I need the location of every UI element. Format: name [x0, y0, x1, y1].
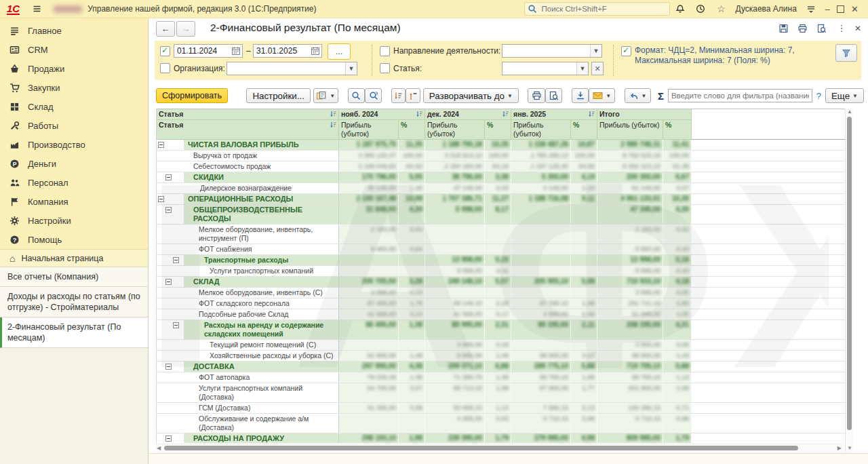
column-header-percent[interactable]: %	[663, 120, 692, 140]
value-cell[interactable]: 0,10	[663, 244, 692, 254]
value-cell[interactable]: 4,39	[399, 205, 425, 224]
sidebar-item-11[interactable]: Настройки	[0, 211, 148, 230]
value-cell[interactable]: 2,28	[485, 298, 511, 309]
value-cell[interactable]: 6,67	[663, 172, 692, 182]
value-cell[interactable]	[571, 340, 597, 350]
value-cell[interactable]: 0,05	[663, 288, 692, 298]
value-cell[interactable]: 0,48	[571, 309, 597, 320]
value-cell[interactable]: 8 998,00	[597, 266, 663, 276]
vertical-scroll-thumb[interactable]	[847, 117, 852, 430]
table-row[interactable]: ОБЩЕПРОИЗВОДСТВЕННЫЕ РАСХОДЫ31 848,004,3…	[157, 205, 846, 225]
article-cell[interactable]: ДОСТАВКА	[184, 362, 339, 372]
value-cell[interactable]	[511, 205, 571, 224]
value-cell[interactable]: 2 198 046,82	[339, 161, 399, 172]
value-cell[interactable]	[425, 244, 485, 254]
value-cell[interactable]: 205 705,00	[339, 277, 399, 287]
article-cell[interactable]: Текущий ремонт помещений (С)	[184, 340, 339, 350]
sidebar-item-1[interactable]: Главное	[0, 21, 148, 40]
filter-settings-button[interactable]	[835, 44, 857, 62]
value-cell[interactable]: 3 998,00	[339, 288, 399, 298]
minimize-button[interactable]: –	[825, 4, 830, 14]
collapse-minus-icon[interactable]	[173, 257, 179, 263]
value-cell[interactable]: 279 995,00	[511, 433, 571, 443]
value-cell[interactable]: 1 158 487,26	[511, 140, 571, 150]
value-cell[interactable]: 0,88	[663, 414, 692, 433]
format-checkbox[interactable]	[621, 46, 631, 56]
value-cell[interactable]: 64,18	[485, 161, 511, 172]
quick-filter-input[interactable]	[668, 89, 812, 102]
value-cell[interactable]: 3 318 914,12	[425, 151, 485, 161]
expand-to-button[interactable]: Разворачивать до▼	[423, 88, 519, 103]
value-cell[interactable]: 47 146,00	[425, 183, 485, 193]
value-cell[interactable]: 2 184 184,30	[425, 161, 485, 172]
article-cell[interactable]: РАСХОДЫ НА ПРОДАЖУ	[184, 433, 339, 443]
preview-button[interactable]	[545, 88, 562, 103]
table-row[interactable]: Себестоимость продаж2 198 046,8264,932 1…	[157, 161, 846, 172]
value-cell[interactable]: 80 495,00	[339, 320, 399, 339]
article-cell[interactable]: Расходы на аренду и содержание складских…	[184, 320, 339, 339]
value-cell[interactable]: 1 187 125,30	[511, 161, 571, 172]
value-cell[interactable]: 1,79	[663, 433, 692, 443]
article-cell[interactable]: Себестоимость продаж	[184, 161, 339, 172]
restore-button[interactable]	[837, 5, 844, 13]
window-tab-1[interactable]: Все отчеты (Компания)	[0, 267, 148, 287]
value-cell[interactable]	[339, 266, 399, 276]
table-row[interactable]: Текущий ремонт помещений (С)3 995,000,18…	[157, 340, 846, 351]
organization-combo[interactable]: ▼	[226, 62, 357, 75]
value-cell[interactable]: 1,38	[399, 320, 425, 339]
close-report-icon[interactable]: ✕	[852, 23, 864, 33]
user-name[interactable]: Дускаева Алина	[735, 4, 796, 14]
table-row[interactable]: Подсобные рабочие Склад41 998,003,1341 9…	[157, 309, 846, 320]
save-icon[interactable]	[777, 23, 789, 33]
value-cell[interactable]: 4 961 133,01	[597, 194, 663, 204]
column-header-profit[interactable]: Прибыль (убыток)	[425, 120, 485, 140]
value-cell[interactable]: 10,87	[571, 140, 597, 150]
value-cell[interactable]	[571, 266, 597, 276]
value-cell[interactable]: 87 450,00	[339, 298, 399, 309]
direction-checkbox[interactable]	[380, 46, 390, 56]
value-cell[interactable]: 3,07	[399, 383, 425, 402]
value-cell[interactable]: 2,85	[663, 298, 692, 309]
value-cell[interactable]: 1,05	[663, 309, 692, 320]
collapse-rows-button[interactable]	[406, 88, 420, 103]
table-row[interactable]: Расходы на аренду и содержание складских…	[157, 320, 846, 340]
value-cell[interactable]: 1,78	[399, 298, 425, 309]
article-cell[interactable]: ОПЕРАЦИОННЫЕ РАСХОДЫ	[184, 194, 339, 204]
value-cell[interactable]: 13 998,00	[597, 255, 663, 265]
value-cell[interactable]: 10,35	[485, 140, 511, 150]
value-cell[interactable]: 4,30	[663, 205, 692, 224]
value-cell[interactable]: 9 719,10	[597, 414, 663, 433]
value-cell[interactable]: 3,13	[399, 309, 425, 320]
value-cell[interactable]: 4,98	[571, 433, 597, 443]
value-cell[interactable]: 54 795,00	[339, 383, 399, 402]
undo-button[interactable]: ▼	[625, 88, 651, 103]
value-cell[interactable]: 8,17	[485, 205, 511, 224]
value-cell[interactable]	[485, 225, 511, 244]
value-cell[interactable]: 5,88	[571, 362, 597, 372]
sidebar-item-10[interactable]: Компания	[0, 192, 148, 211]
collapse-minus-icon[interactable]	[165, 279, 172, 285]
value-cell[interactable]: 3,07	[663, 183, 692, 193]
sum-sigma-icon[interactable]: Σ	[658, 90, 664, 102]
history-clock-icon[interactable]	[693, 3, 708, 14]
expand-rows-button[interactable]	[391, 88, 406, 103]
sidebar-item-7[interactable]: Производство	[0, 135, 148, 154]
value-cell[interactable]: 0,16	[663, 255, 692, 265]
value-cell[interactable]: 239 395,00	[425, 433, 485, 443]
value-cell[interactable]: 205 955,10	[511, 277, 571, 287]
more-button[interactable]: Еще▼	[825, 88, 864, 103]
report-grid[interactable]: Статьянояб. 2024дек. 2024янв. 2025ИтогоС…	[156, 109, 846, 443]
value-cell[interactable]: 91 998,00	[597, 309, 663, 320]
value-cell[interactable]: 1,98	[485, 383, 511, 402]
organization-checkbox[interactable]	[160, 63, 170, 73]
value-cell[interactable]: 1 187 975,75	[339, 140, 399, 150]
search-input[interactable]	[540, 4, 658, 14]
value-cell[interactable]: 2 100 167,48	[339, 194, 399, 204]
value-cell[interactable]: 64,93	[399, 161, 425, 172]
value-cell[interactable]: 1,98	[571, 298, 597, 309]
column-header-month[interactable]: Итого	[597, 109, 692, 120]
value-cell[interactable]	[485, 244, 511, 254]
sidebar-item-2[interactable]: CRM	[0, 40, 148, 59]
value-cell[interactable]: 7 995,10	[511, 403, 571, 413]
global-search[interactable]	[524, 2, 670, 16]
